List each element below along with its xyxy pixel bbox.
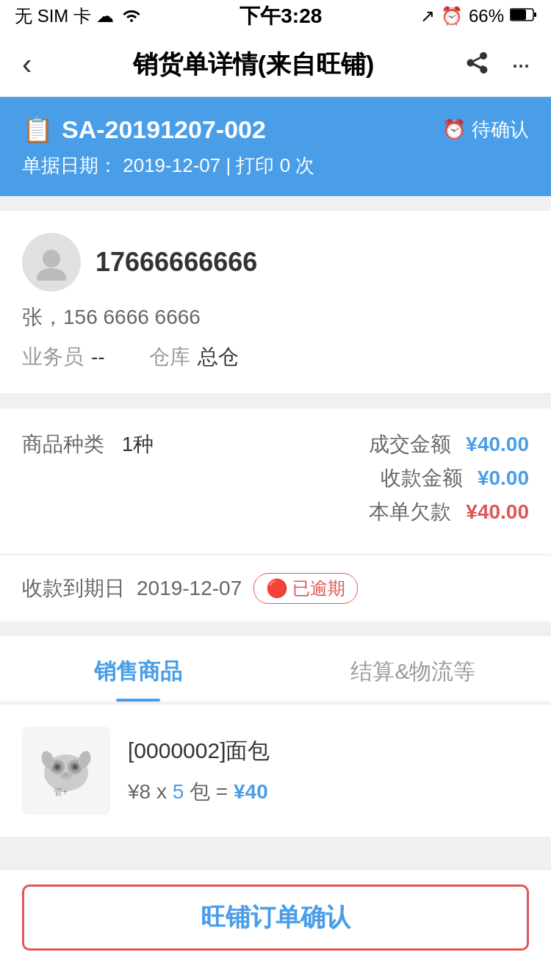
- share-icon[interactable]: [464, 49, 489, 79]
- overdue-text: 已逾期: [292, 577, 345, 600]
- order-header-top: 📋 SA-20191207-002 ⏰ 待确认: [22, 115, 529, 144]
- order-date-value: 2019-12-07: [123, 154, 220, 176]
- svg-rect-1: [534, 12, 536, 17]
- location-icon: ↗: [420, 6, 435, 26]
- tabs-row: 销售商品 结算&物流等: [0, 636, 551, 702]
- back-button[interactable]: ‹: [22, 48, 66, 81]
- order-id-text: SA-20191207-002: [62, 115, 266, 144]
- unit-label: 包: [190, 780, 210, 803]
- product-thumbnail: 管+: [22, 727, 110, 815]
- warehouse-value: 总仓: [198, 343, 239, 371]
- overdue-badge: 🔴 已逾期: [253, 573, 358, 604]
- warehouse-info: 仓库 总仓: [149, 343, 239, 371]
- svg-point-3: [43, 250, 60, 267]
- order-date-row: 单据日期： 2019-12-07 | 打印 0 次: [22, 153, 529, 179]
- page-title: 销货单详情(来自旺铺): [66, 48, 441, 82]
- nav-bar: ‹ 销货单详情(来自旺铺) ···: [0, 32, 551, 97]
- amounts-area: 成交金额 ¥40.00 收款金额 ¥0.00 本单欠款 ¥40.00: [369, 430, 529, 532]
- price-unit: ¥8: [128, 780, 151, 803]
- salesperson-value: --: [91, 345, 105, 369]
- product-type-label: 商品种类: [22, 433, 104, 455]
- product-name: [0000002]面包: [128, 736, 529, 766]
- tab-settlement[interactable]: 结算&物流等: [276, 636, 551, 702]
- confirm-button[interactable]: 旺铺订单确认: [22, 884, 529, 951]
- more-icon[interactable]: ···: [511, 49, 529, 80]
- collected-value: ¥0.00: [478, 466, 529, 490]
- owed-label: 本单欠款: [369, 498, 451, 526]
- status-bar: 无 SIM 卡 ☁ 下午3:28 ↗ ⏰ 66%: [0, 0, 551, 32]
- collected-row: 收款金额 ¥0.00: [369, 464, 529, 492]
- product-type-value: 1种: [122, 433, 154, 455]
- svg-rect-2: [511, 10, 526, 20]
- salesperson-info: 业务员 --: [22, 343, 105, 371]
- equals-symbol: =: [216, 780, 234, 803]
- customer-meta: 业务员 -- 仓库 总仓: [22, 343, 529, 371]
- tab-products[interactable]: 销售商品: [0, 636, 276, 702]
- alarm-icon: ⏰: [441, 6, 463, 26]
- status-time: 下午3:28: [240, 2, 322, 30]
- product-card: 管+ [0000002]面包 ¥8 x 5 包 = ¥40: [0, 705, 551, 837]
- owed-value: ¥40.00: [466, 500, 529, 524]
- battery-icon: [510, 6, 536, 26]
- status-left: 无 SIM 卡 ☁: [15, 4, 142, 28]
- customer-name: 张，156 6666 6666: [22, 303, 529, 331]
- order-header-card: 📋 SA-20191207-002 ⏰ 待确认 单据日期： 2019-12-07…: [0, 97, 551, 196]
- due-date-label: 收款到期日: [22, 574, 125, 602]
- tabs-container: 销售商品 结算&物流等: [0, 636, 551, 703]
- due-date-value: 2019-12-07: [137, 577, 242, 600]
- nav-actions: ···: [441, 49, 529, 80]
- collected-label: 收款金额: [381, 464, 463, 492]
- customer-phone: 17666666666: [96, 247, 257, 278]
- multiplier-symbol: x: [156, 780, 173, 803]
- order-status: ⏰ 待确认: [442, 117, 529, 143]
- total-amount: ¥40: [234, 780, 268, 803]
- customer-header: 17666666666: [22, 233, 529, 292]
- deal-amount-label: 成交金额: [369, 430, 451, 458]
- order-date-label: 单据日期：: [22, 154, 118, 176]
- summary-card: 商品种类 1种 成交金额 ¥40.00 收款金额 ¥0.00 本单欠款 ¥40.…: [0, 408, 551, 554]
- product-type-area: 商品种类 1种: [22, 430, 154, 458]
- battery-text: 66%: [469, 6, 504, 26]
- wifi-icon: [121, 6, 142, 26]
- order-icon: 📋: [22, 115, 53, 144]
- status-clock-icon: ⏰: [442, 118, 466, 141]
- customer-card: 17666666666 张，156 6666 6666 业务员 -- 仓库 总仓: [0, 211, 551, 394]
- due-date-card: 收款到期日 2019-12-07 🔴 已逾期: [0, 555, 551, 621]
- svg-text:管+: 管+: [54, 787, 68, 796]
- tab-settlement-label: 结算&物流等: [350, 659, 475, 683]
- tab-products-label: 销售商品: [94, 659, 182, 683]
- svg-point-11: [73, 765, 77, 769]
- product-info: [0000002]面包 ¥8 x 5 包 = ¥40: [128, 736, 529, 806]
- no-sim-text: 无 SIM 卡 ☁: [15, 4, 114, 28]
- qty-value: 5: [173, 780, 184, 803]
- deal-amount-value: ¥40.00: [466, 433, 529, 456]
- product-price: ¥8 x 5 包 = ¥40: [128, 778, 529, 806]
- order-id: 📋 SA-20191207-002: [22, 115, 266, 144]
- svg-point-4: [37, 268, 66, 281]
- owed-row: 本单欠款 ¥40.00: [369, 498, 529, 526]
- overdue-icon: 🔴: [266, 578, 288, 599]
- deal-amount-row: 成交金额 ¥40.00: [369, 430, 529, 458]
- avatar: [22, 233, 81, 292]
- status-right: ↗ ⏰ 66%: [420, 6, 536, 26]
- warehouse-label: 仓库: [149, 343, 190, 371]
- order-print-info: | 打印 0 次: [226, 154, 314, 176]
- bottom-bar: 旺铺订单确认: [0, 869, 551, 980]
- svg-point-10: [55, 765, 60, 769]
- salesperson-label: 业务员: [22, 343, 84, 371]
- order-status-text: 待确认: [472, 117, 529, 143]
